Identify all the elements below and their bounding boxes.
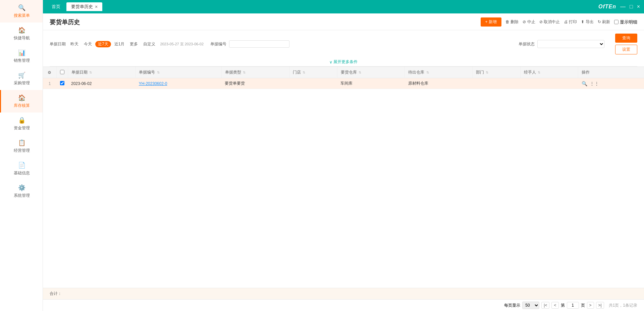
sidebar-item-purchase[interactable]: 🛒 采购管理	[0, 68, 43, 90]
tab-home[interactable]: 首页	[47, 2, 65, 11]
bill-no-filter-group: 单据编号	[210, 40, 289, 48]
prev-page-btn[interactable]: <	[551, 302, 558, 309]
sort-date-icon: ⇅	[89, 71, 92, 74]
tab-close-icon[interactable]: ×	[95, 4, 98, 9]
sidebar-item-label: 库存核算	[14, 103, 30, 108]
row-more-btn[interactable]: ⋮⋮	[590, 81, 599, 86]
date-btn-custom[interactable]: 自定义	[141, 41, 157, 47]
sidebar-item-label: 基础信息	[14, 170, 30, 176]
row-checkbox[interactable]	[60, 81, 64, 85]
th-settings[interactable]: ⚙	[43, 67, 56, 78]
sidebar-item-label: 系统管理	[14, 193, 30, 198]
next-page-btn[interactable]: >	[587, 302, 594, 309]
sidebar-item-label: 销售管理	[14, 58, 30, 63]
system-icon: ⚙️	[18, 184, 25, 191]
expand-icon: ∨	[329, 60, 332, 64]
date-btn-today[interactable]: 今天	[82, 41, 94, 47]
date-options: 昨天 今天 近7天 近1月 更多 自定义	[68, 41, 157, 47]
sidebar-item-quicknav[interactable]: 🏠 快捷导航	[0, 23, 43, 45]
sidebar-item-operations[interactable]: 📋 经营管理	[0, 135, 43, 158]
sidebar-item-system[interactable]: ⚙️ 系统管理	[0, 180, 43, 203]
sales-icon: 📊	[18, 49, 25, 56]
th-checkbox[interactable]	[56, 67, 68, 78]
tab-active[interactable]: 要货单历史 ×	[66, 2, 102, 11]
row-handler	[521, 78, 578, 89]
row-view-btn[interactable]: 🔍	[582, 81, 587, 86]
sort-dept-icon: ⇅	[486, 71, 488, 74]
sort-billtype-icon: ⇅	[243, 71, 246, 74]
finance-icon: 🔒	[18, 117, 25, 124]
sidebar-item-basic[interactable]: 📄 基础信息	[0, 158, 43, 180]
settings-button[interactable]: 设置	[615, 45, 637, 54]
th-req-warehouse[interactable]: 要货仓库 ⇅	[337, 67, 405, 78]
page-suffix: 页	[581, 303, 585, 308]
th-department[interactable]: 部门 ⇅	[473, 67, 521, 78]
maximize-icon[interactable]: □	[630, 4, 633, 10]
export-button[interactable]: ⬆ 导出	[581, 19, 593, 25]
table-container: ⚙ 单据日期 ⇅ 单据编号 ⇅ 单据类型 ⇅	[43, 67, 644, 288]
refresh-button[interactable]: ↻ 刷新	[598, 19, 610, 25]
expand-button[interactable]: ∨ 展开更多条件	[329, 59, 358, 65]
minimize-icon[interactable]: —	[620, 4, 626, 10]
sidebar-item-search[interactable]: 🔍 搜索菜单	[0, 0, 43, 23]
th-bill-type[interactable]: 单据类型 ⇅	[221, 67, 289, 78]
topbar: 首页 要货单历史 × OfTEn — □ ×	[43, 0, 644, 13]
page-title-row: 要货单历史 + 新增 🗑 删除 ⊘ 中止 ⊘ 取消中止 🖨 打印 ⬆ 导出 ↻ …	[50, 17, 637, 30]
inventory-icon: 🏠	[18, 94, 25, 101]
date-range-display: 2023-05-27 至 2023-06-02	[160, 42, 204, 47]
expand-label: 展开更多条件	[333, 59, 358, 65]
row-checkbox-cell[interactable]	[56, 78, 68, 89]
total-label: 合计：	[50, 291, 62, 297]
th-pending-warehouse[interactable]: 待出仓库 ⇅	[405, 67, 473, 78]
row-store	[289, 78, 337, 89]
current-page-input[interactable]	[567, 302, 579, 309]
suspend-button[interactable]: ⊘ 中止	[523, 19, 535, 25]
display-detail-toggle[interactable]: 显示明细	[614, 19, 637, 25]
sort-billno-icon: ⇅	[157, 71, 160, 74]
display-detail-checkbox[interactable]	[614, 20, 619, 24]
date-filter-label: 单据日期	[50, 41, 66, 47]
per-page-select[interactable]: 50 100	[522, 302, 539, 309]
date-btn-more[interactable]: 更多	[128, 41, 140, 47]
page-label: 第	[561, 303, 565, 308]
sidebar-item-sales[interactable]: 📊 销售管理	[0, 45, 43, 68]
row-bill-no[interactable]: YH-20230602-0	[136, 78, 222, 89]
row-pending-warehouse: 原材料仓库	[405, 78, 473, 89]
status-select[interactable]	[537, 40, 604, 48]
th-store[interactable]: 门店 ⇅	[289, 67, 337, 78]
close-window-icon[interactable]: ×	[637, 4, 640, 10]
sidebar-item-inventory[interactable]: 🏠 库存核算	[0, 90, 43, 113]
delete-button[interactable]: 🗑 删除	[505, 19, 519, 25]
new-button[interactable]: + 新增	[481, 17, 501, 27]
display-detail-label: 显示明细	[620, 19, 637, 25]
table-row[interactable]: 1 2023-06-02 YH-20230602-0 要货单要货 车间库 原材料…	[43, 78, 644, 89]
row-action[interactable]: 🔍 ⋮⋮	[578, 78, 644, 89]
cancel-suspend-button[interactable]: ⊘ 取消中止	[539, 19, 560, 25]
brand-label: OfTEn	[598, 4, 616, 10]
th-handler[interactable]: 经手人 ⇅	[521, 67, 578, 78]
first-page-btn[interactable]: |<	[541, 302, 549, 309]
filter-area: 单据日期 昨天 今天 近7天 近1月 更多 自定义 2023-05-27 至 2…	[43, 30, 644, 67]
date-btn-7days[interactable]: 近7天	[95, 41, 111, 47]
main-table: ⚙ 单据日期 ⇅ 单据编号 ⇅ 单据类型 ⇅	[43, 67, 644, 89]
content-area: 要货单历史 + 新增 🗑 删除 ⊘ 中止 ⊘ 取消中止 🖨 打印 ⬆ 导出 ↻ …	[43, 13, 644, 311]
home-icon: 🏠	[18, 27, 25, 34]
th-action: 操作	[578, 67, 644, 78]
print-button[interactable]: 🖨 打印	[564, 19, 577, 25]
main-area: 首页 要货单历史 × OfTEn — □ × 要货单历史 + 新增 🗑 删除 ⊘…	[43, 0, 644, 311]
total-info: 共1页，1条记录	[609, 303, 637, 308]
pagination: 每页显示 50 100 |< < 第 页 > >| 共1页，1条记录	[43, 299, 644, 311]
th-date[interactable]: 单据日期 ⇅	[68, 67, 136, 78]
date-btn-1month[interactable]: 近1月	[112, 41, 127, 47]
select-all-checkbox[interactable]	[60, 70, 64, 74]
sort-reqwh-icon: ⇅	[359, 71, 361, 74]
search-button[interactable]: 查询	[615, 34, 637, 43]
date-btn-yesterday[interactable]: 昨天	[68, 41, 80, 47]
last-page-btn[interactable]: >|	[596, 302, 604, 309]
sidebar-item-finance[interactable]: 🔒 资金管理	[0, 113, 43, 135]
status-label: 单据状态	[519, 41, 535, 47]
th-bill-no[interactable]: 单据编号 ⇅	[136, 67, 222, 78]
table-footer: 合计：	[43, 288, 644, 299]
per-page-label: 每页显示	[504, 303, 520, 308]
bill-no-input[interactable]	[229, 40, 289, 48]
